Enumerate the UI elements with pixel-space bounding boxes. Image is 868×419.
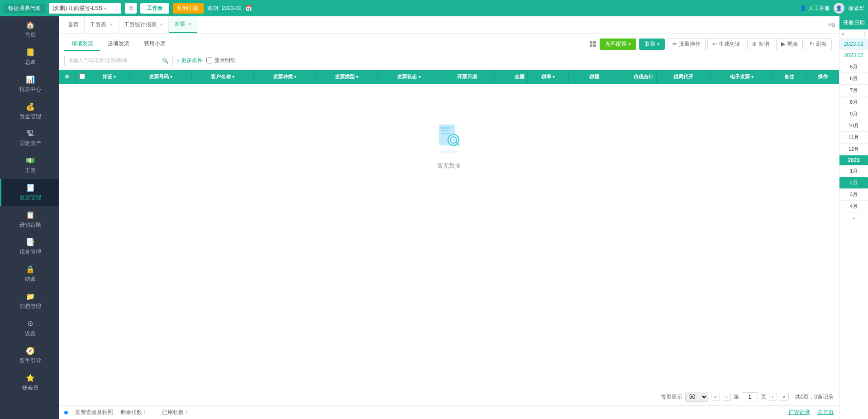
calendar-close-icon[interactable]: × xyxy=(841,31,844,37)
user-avatar: 👤 xyxy=(834,3,844,14)
col-remark: 备注 xyxy=(773,70,806,84)
sub-tab-expense[interactable]: 费用小票 xyxy=(137,37,173,51)
col-customer: 客户名称 ▾ xyxy=(192,70,254,84)
month-5[interactable]: 5月 xyxy=(839,61,868,73)
tab-bar: 首页 工资表 × 工资统计报表 × 发票 × × ⧉ xyxy=(59,16,839,34)
page-label-suffix: 页 xyxy=(761,393,766,401)
month-2023-3[interactable]: 3月 xyxy=(839,189,868,201)
tab-salary-stats-close[interactable]: × xyxy=(160,22,163,27)
sidebar-item-reports[interactable]: 📊 报表中心 xyxy=(0,71,59,98)
close-icon: 🔒 xyxy=(26,265,35,274)
month-8[interactable]: 8月 xyxy=(839,96,868,108)
sidebar-item-assets[interactable]: 🏗 固定资产 xyxy=(0,125,59,152)
sidebar-item-archive[interactable]: 📁 归档管理 xyxy=(0,288,59,315)
sidebar-item-tax[interactable]: 📑 税务管理 xyxy=(0,233,59,260)
month-6[interactable]: 6月 xyxy=(839,73,868,85)
sidebar-item-settings[interactable]: ⚙ 设置 xyxy=(0,315,59,342)
expand-arrow-icon: ⌄ xyxy=(852,214,856,221)
tab-salary-stats[interactable]: 工资统计报表 × xyxy=(119,16,169,33)
period-2023-02-a[interactable]: 2023.02 xyxy=(839,39,868,50)
per-page-select[interactable]: 50 10 20 100 xyxy=(685,392,708,402)
sidebar-item-member[interactable]: ⭐ 畅会员 xyxy=(0,369,59,396)
col-action: 操作 xyxy=(806,70,839,84)
period-value: 2023-02 xyxy=(222,5,242,11)
sidebar-item-home[interactable]: 🏠 首页 xyxy=(0,16,59,43)
sidebar-item-ledger[interactable]: 📒 总账 xyxy=(0,43,59,71)
refresh-icon: ↻ xyxy=(810,41,814,47)
sidebar-item-guide[interactable]: 🧭 新手引导 xyxy=(0,342,59,369)
batch-ops-btn[interactable]: ✏ 批量操作 xyxy=(668,38,706,50)
member-icon: ⭐ xyxy=(26,374,35,382)
col-checkbox xyxy=(75,70,89,84)
month-7[interactable]: 7月 xyxy=(839,85,868,96)
tab-maximize-btn[interactable]: ⧉ xyxy=(831,22,835,28)
tab-salary-close[interactable]: × xyxy=(110,22,113,27)
select-all-checkbox[interactable] xyxy=(79,73,85,79)
invoice-table: ⚙ 凭证 ▾ 发票号码 ▾ 客户名称 ▾ 发票种类 ▾ 发票类型 ▾ 发票状态 … xyxy=(59,70,839,206)
sidebar: 🏠 首页 📒 总账 📊 报表中心 💰 资金管理 🏗 固定资产 💵 工资 🧾 发票… xyxy=(0,16,59,419)
tab-invoice-close[interactable]: × xyxy=(189,22,191,27)
refresh-btn[interactable]: ↻ 刷新 xyxy=(805,38,832,50)
tab-invoice[interactable]: 发票 × xyxy=(169,16,197,33)
month-11[interactable]: 11月 xyxy=(839,132,868,144)
bottom-bar: 发票查验及拍照 剩余张数： 已用张数： 扩容记录 去充值 xyxy=(59,405,839,419)
sub-tab-purchase[interactable]: 进项发票 xyxy=(100,37,137,51)
month-12[interactable]: 12月 xyxy=(839,144,868,155)
workspace-button[interactable]: 工作台 xyxy=(140,3,169,14)
period-calendar-icon[interactable]: 📅 xyxy=(245,5,252,11)
col-settings: ⚙ xyxy=(59,70,75,84)
sales-icon: 📋 xyxy=(26,211,35,219)
first-page-btn[interactable]: « xyxy=(711,393,720,401)
calendar-expand-icon[interactable]: ⟩ xyxy=(864,31,866,37)
company-dropdown-icon: ▾ xyxy=(104,6,106,11)
company-name: (勿删) 江西股宝-LSS xyxy=(52,5,102,12)
period-label: 账期 xyxy=(207,5,218,12)
user-service[interactable]: 👤 人工客服 xyxy=(800,5,830,12)
assets-icon: 🏗 xyxy=(27,130,34,138)
open-period-btn[interactable]: 开账日期 xyxy=(839,16,868,29)
go-charge-link[interactable]: 去充值 xyxy=(817,409,834,416)
col-invoice-type: 发票种类 ▾ xyxy=(254,70,316,84)
sidebar-item-close[interactable]: 🔒 结账 xyxy=(0,260,59,288)
page-input[interactable] xyxy=(742,392,758,401)
col-status: 发票状态 ▾ xyxy=(378,70,440,84)
copy-btn[interactable]: ⧉ xyxy=(125,3,137,14)
grid-view-icon[interactable] xyxy=(590,41,596,47)
month-2023-4[interactable]: 4月 xyxy=(839,201,868,212)
last-page-btn[interactable]: » xyxy=(780,393,789,401)
tab-salary[interactable]: 工资表 × xyxy=(85,16,119,33)
prev-page-btn[interactable]: ‹ xyxy=(723,393,731,401)
show-details-checkbox[interactable] xyxy=(206,58,212,63)
search-placeholder: 请输入号码/名称/金额/税额... xyxy=(68,57,131,64)
month-9[interactable]: 9月 xyxy=(839,108,868,120)
app-logo: 畅捷通易代账 xyxy=(4,4,45,13)
show-details-label[interactable]: 显示明细 xyxy=(206,57,236,64)
tab-home[interactable]: 首页 xyxy=(62,16,85,33)
no-match-btn[interactable]: 无匹配票 ▾ xyxy=(600,39,636,50)
video-btn[interactable]: ▶ 视频 xyxy=(776,38,803,50)
generate-voucher-btn[interactable]: ↩ 生成凭证 xyxy=(707,38,745,50)
more-conditions-btn[interactable]: ▿ 更多条件 xyxy=(176,57,203,64)
sidebar-item-sales[interactable]: 📋 进销台账 xyxy=(0,206,59,233)
month-2023-2-active[interactable]: 2月 xyxy=(839,177,868,189)
sub-tab-sales[interactable]: 销项发票 xyxy=(64,37,100,51)
month-10[interactable]: 10月 xyxy=(839,120,868,132)
guide-icon: 🧭 xyxy=(26,347,35,355)
sidebar-item-salary[interactable]: 💵 工资 xyxy=(0,152,59,179)
sidebar-item-invoice[interactable]: 🧾 发票管理 xyxy=(0,179,59,206)
switch-version-button[interactable]: 切到旧版 xyxy=(173,3,204,14)
tab-close-btn[interactable]: × xyxy=(828,21,831,29)
calendar-expand-bottom[interactable]: ⌄ xyxy=(839,212,868,222)
sidebar-item-funds[interactable]: 💰 资金管理 xyxy=(0,98,59,125)
search-box[interactable]: 请输入号码/名称/金额/税额... 🔍 xyxy=(64,55,173,66)
company-selector[interactable]: (勿删) 江西股宝-LSS ▾ xyxy=(49,3,121,14)
get-ticket-btn[interactable]: 取票 ▾ xyxy=(639,39,665,50)
new-btn[interactable]: ⊕ 新增 xyxy=(747,38,774,50)
add-member-link[interactable]: 扩容记录 xyxy=(788,409,810,416)
table-body: 暂无数据 xyxy=(59,84,839,206)
table-container: ⚙ 凭证 ▾ 发票号码 ▾ 客户名称 ▾ 发票种类 ▾ 发票类型 ▾ 发票状态 … xyxy=(59,70,839,388)
month-2023-1[interactable]: 1月 xyxy=(839,165,868,177)
period-2023-02-b[interactable]: 2023.02 xyxy=(839,50,868,61)
next-page-btn[interactable]: › xyxy=(769,393,777,401)
batch-ops-icon: ✏ xyxy=(672,41,677,47)
